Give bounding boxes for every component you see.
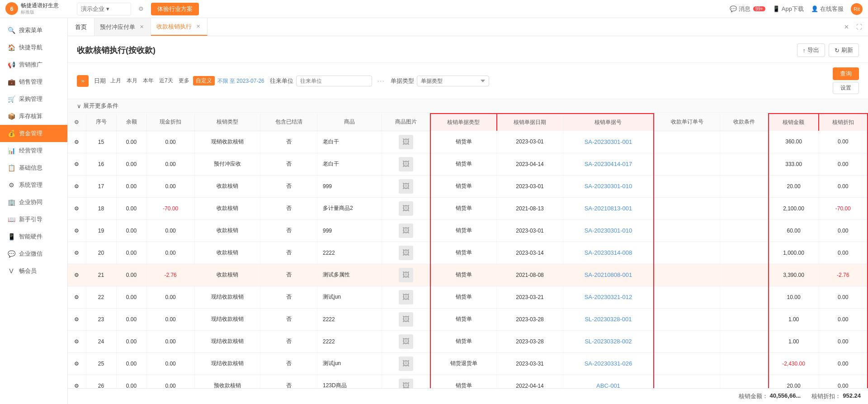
table-row: ⚙ 17 0.00 0.00 收款核销 否 999 🖼 销货单 2023-03-… <box>68 175 868 197</box>
bill-no-link[interactable]: SA-20230301-001 <box>585 138 632 145</box>
sidebar-item-inventory[interactable]: 📦 库存核算 <box>0 108 67 125</box>
page-header-actions: ↑ 导出 ↻ 刷新 <box>797 43 859 57</box>
sidebar-item-operations[interactable]: 📊 经营管理 <box>0 142 67 159</box>
trial-industry-button[interactable]: 体验行业方案 <box>151 3 199 15</box>
refresh-button[interactable]: ↻ 刷新 <box>829 43 859 57</box>
cell-gear[interactable]: ⚙ <box>68 219 86 242</box>
bill-no-link[interactable]: SA-20210813-001 <box>585 205 632 212</box>
sidebar-item-search-menu[interactable]: 🔍 搜索菜单 <box>0 22 67 39</box>
cell-gear[interactable]: ⚙ <box>68 131 86 153</box>
cell-receipt-cond <box>720 352 769 375</box>
bill-no-link[interactable]: SA-20230414-017 <box>585 161 632 167</box>
bill-no-link[interactable]: SA-20230314-008 <box>585 249 632 256</box>
sidebar-item-sys-mgmt[interactable]: ⚙ 系统管理 <box>0 176 67 194</box>
cell-gear[interactable]: ⚙ <box>68 375 86 388</box>
cell-gear[interactable]: ⚙ <box>68 242 86 264</box>
receipt-type-select[interactable]: 单据类型 <box>417 76 489 86</box>
maximize-button[interactable]: ⛶ <box>854 22 864 33</box>
bill-no-link[interactable]: SA-20230301-010 <box>585 227 632 234</box>
sidebar-item-purchase[interactable]: 🛒 采购管理 <box>0 90 67 108</box>
cell-bill-type: 销货单 <box>430 175 497 197</box>
cell-seq: 24 <box>86 330 116 352</box>
cell-include-settled: 否 <box>260 153 317 175</box>
sidebar-item-smart-hw[interactable]: 📱 智能硬件 <box>0 228 67 245</box>
company-selector[interactable]: 演示企业 ▾ <box>77 3 131 15</box>
cell-product-img: 🖼 <box>382 219 430 242</box>
cell-balance: 0.00 <box>116 219 146 242</box>
online-service-button[interactable]: 👤 在线客服 <box>811 5 844 13</box>
bill-no-link[interactable]: SA-20230321-012 <box>585 294 632 300</box>
cell-gear[interactable]: ⚙ <box>68 352 86 375</box>
cell-bill-type: 销货单 <box>430 197 497 219</box>
cell-receipt-cond <box>720 330 769 352</box>
tab-close-prepay[interactable]: ✕ <box>138 24 145 31</box>
date-link-this-month[interactable]: 本月 <box>125 76 139 86</box>
cell-writeoff-amount: 1.00 <box>769 330 819 352</box>
bill-no-link[interactable]: SA-20230331-026 <box>585 360 632 367</box>
cell-bill-type: 销货单 <box>430 286 497 308</box>
table-container[interactable]: ⚙ 序号 余额 现金折扣 核销类型 包含已结清 商品 商品图片 核销单据类型 核… <box>68 113 868 388</box>
cell-writeoff-amount: 10.00 <box>769 286 819 308</box>
bill-no-link[interactable]: SL-20230328-002 <box>585 338 632 345</box>
cell-bill-no: SA-20230331-026 <box>563 352 654 375</box>
bill-no-link[interactable]: ABC-001 <box>596 382 620 388</box>
sidebar-item-finance[interactable]: 💰 资金管理 <box>0 125 67 142</box>
date-link-last-month[interactable]: 上月 <box>108 76 123 86</box>
avatar[interactable]: Rit <box>851 3 863 15</box>
close-window-button[interactable]: ✕ <box>841 22 852 33</box>
sidebar-item-sales[interactable]: 💼 销售管理 <box>0 73 67 90</box>
table-header-row: ⚙ 序号 余额 现金折扣 核销类型 包含已结清 商品 商品图片 核销单据类型 核… <box>68 114 868 131</box>
cell-balance: 0.00 <box>116 352 146 375</box>
date-link-custom[interactable]: 自定义 <box>193 76 215 86</box>
query-button[interactable]: 查询 <box>833 67 859 80</box>
sidebar-item-label: 快捷导航 <box>19 43 42 52</box>
cell-writeoff-type: 现结收款核销 <box>194 352 260 375</box>
cell-writeoff-discount: 0.00 <box>819 375 868 388</box>
cell-product: 2222 <box>317 242 382 264</box>
notifications-button[interactable]: 💬 消息 99+ <box>730 5 765 13</box>
tab-home[interactable]: 首页 <box>68 18 94 36</box>
col-gear[interactable]: ⚙ <box>68 114 86 131</box>
cell-gear[interactable]: ⚙ <box>68 264 86 286</box>
sidebar-item-marketing[interactable]: 📢 营销推广 <box>0 56 67 73</box>
partner-input[interactable] <box>296 76 372 86</box>
filter-expand-button[interactable]: » <box>77 75 89 87</box>
tab-prepay[interactable]: 预付冲应付单 ✕ <box>94 18 151 36</box>
bill-no-link[interactable]: SA-20210808-001 <box>585 271 632 278</box>
filter-settings-button[interactable]: 设置 <box>833 82 859 94</box>
date-link-more[interactable]: 更多 <box>177 76 191 86</box>
cell-gear[interactable]: ⚙ <box>68 286 86 308</box>
col-writeoff-discount: 核销折扣 <box>819 114 868 131</box>
settings-icon[interactable]: ⚙ <box>135 3 147 15</box>
date-link-7days[interactable]: 近7天 <box>157 76 175 86</box>
bill-no-link[interactable]: SA-20230301-010 <box>585 183 632 190</box>
total-amount-item: 核销金额： 40,556,66... <box>739 392 801 400</box>
cell-product: 老白干 <box>317 131 382 153</box>
sidebar-item-corp-collab[interactable]: 🏢 企业协同 <box>0 194 67 211</box>
cell-receipt-order-no <box>654 375 720 388</box>
sidebar-item-vip[interactable]: V 畅会员 <box>0 262 67 280</box>
cell-gear[interactable]: ⚙ <box>68 197 86 219</box>
table-row: ⚙ 24 0.00 0.00 现结收款核销 否 2222 🖼 销货单 2023-… <box>68 330 868 352</box>
tab-close-receipt-exec[interactable]: ✕ <box>194 23 202 30</box>
cell-gear[interactable]: ⚙ <box>68 153 86 175</box>
sidebar-item-guide[interactable]: 📖 新手引导 <box>0 211 67 228</box>
sidebar-item-quick-nav[interactable]: 🏠 快捷导航 <box>0 39 67 56</box>
cell-gear[interactable]: ⚙ <box>68 308 86 330</box>
cell-receipt-cond <box>720 286 769 308</box>
cell-receipt-cond <box>720 264 769 286</box>
date-link-this-year[interactable]: 本年 <box>141 76 156 86</box>
sidebar-item-corp-wx[interactable]: 💬 企业微信 <box>0 245 67 262</box>
export-button[interactable]: ↑ 导出 <box>797 43 826 57</box>
bill-no-link[interactable]: SL-20230328-001 <box>585 316 632 323</box>
cell-writeoff-amount: 60.00 <box>769 219 819 242</box>
tab-bar-actions: ✕ ⛶ <box>837 18 868 36</box>
tab-receipt-exec[interactable]: 收款核销执行 ✕ <box>151 18 208 36</box>
cell-cash-discount: 0.00 <box>146 153 194 175</box>
cell-gear[interactable]: ⚙ <box>68 175 86 197</box>
cell-gear[interactable]: ⚙ <box>68 330 86 352</box>
sidebar-item-basic-info[interactable]: 📋 基础信息 <box>0 159 67 176</box>
expand-more-bar[interactable]: ∨ 展开更多条件 <box>68 99 868 113</box>
app-download-button[interactable]: 📱 App下载 <box>773 5 804 13</box>
sidebar-item-label: 搜索菜单 <box>19 26 42 34</box>
